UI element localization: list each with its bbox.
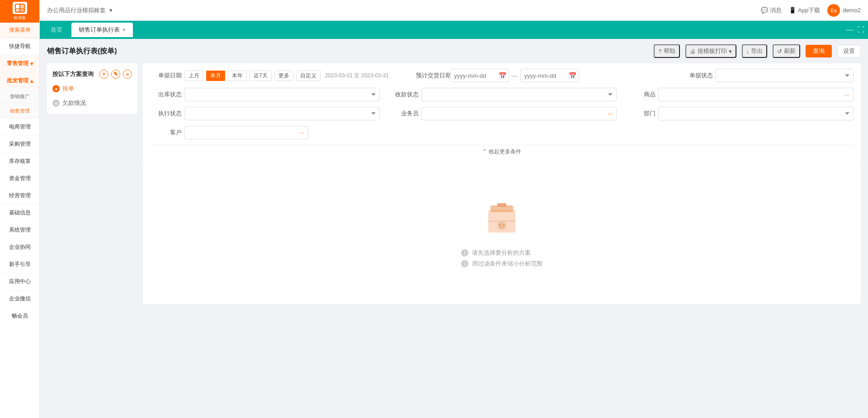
sidebar-item-purchase[interactable]: 采购管理 [0,136,39,153]
customer-input[interactable] [184,126,308,139]
content-area: 销售订单执行表(按单) ? 帮助 🖨 按模板打印 ▾ ↓ 导出 ↺ 刷新 [40,39,868,418]
tab-minimize-icon[interactable]: — [846,26,854,34]
export-label: 导出 [751,47,763,55]
avatar-text: Ea [831,8,837,13]
main-content: 单据日期 上月 本月 本年 近7天 更多 自定义 2023-03-01 至 20… [143,63,861,304]
tab-active[interactable]: 销售订单执行表 × [71,23,133,37]
system-label: 系统管理 [9,227,31,233]
plan-anpai-icon: ● [52,85,60,92]
sidebar-item-newbie[interactable]: 新手引导 [0,256,39,273]
retail-label: 零售管理 [7,60,28,67]
empty-tips: 1 请先选择要分析的方案 2 用过滤条件来缩小分析范围 [461,249,542,268]
salesperson-input[interactable] [421,107,617,120]
out-status-label: 出库状态 [150,90,182,99]
svg-point-9 [498,222,505,229]
svg-point-10 [499,223,501,225]
sidebar-item-wechat[interactable]: 企业微信 [0,290,39,308]
product-ellipsis-btn[interactable]: ··· [844,91,850,98]
page-actions: ? 帮助 🖨 按模板打印 ▾ ↓ 导出 ↺ 刷新 查询 [654,44,861,58]
sidebar-item-quick-nav[interactable]: 快捷导航 [0,38,39,55]
empty-state: 1 请先选择要分析的方案 2 用过滤条件来缩小分析范围 [143,160,861,304]
query-label: 查询 [813,48,825,54]
salesperson-ellipsis-btn[interactable]: ··· [608,110,613,117]
edit-plan-button[interactable]: ✎ [111,70,120,79]
quick-nav-label: 快捷导航 [9,43,31,49]
exec-status-select[interactable] [184,107,380,120]
refresh-button[interactable]: ↺ 刷新 [773,44,800,58]
dept-select[interactable] [658,107,854,120]
left-panel-title: 按以下方案查询 [52,70,94,78]
edit-plan-icon: ✎ [113,71,118,77]
sidebar-item-basic[interactable]: 基础信息 [0,204,39,222]
search-label: 搜索菜单 [9,27,31,33]
svg-rect-7 [497,203,506,207]
tab-close-icon[interactable]: × [123,27,126,33]
page-title-bar: 销售订单执行表(按单) ? 帮助 🖨 按模板打印 ▾ ↓ 导出 ↺ 刷新 [47,44,861,58]
query-button[interactable]: 查询 [806,45,832,57]
app-label: App下载 [798,6,820,14]
sidebar-item-finance[interactable]: 资金管理 [0,170,39,187]
date-last7-btn[interactable]: 近7天 [250,71,272,81]
left-panel-header: 按以下方案查询 + ✎ « [47,67,137,81]
tab-bar-right: — ⛶ [846,26,864,34]
svg-rect-3 [16,9,19,12]
print-button[interactable]: 🖨 按模板打印 ▾ [685,44,736,58]
collapse-panel-button[interactable]: « [123,70,132,79]
out-status-select[interactable] [184,88,380,101]
product-input[interactable] [658,88,854,101]
filter-row-4: 客户 ··· [150,126,854,139]
tab-home[interactable]: 首页 [43,23,70,37]
export-button[interactable]: ↓ 导出 [742,44,768,58]
sidebar-item-retail[interactable]: 零售管理 ▾ [0,55,39,72]
msg-button[interactable]: 💬 消息 [761,6,782,14]
sidebar-item-ecommerce[interactable]: 电商管理 [0,119,39,136]
member-label: 畅会员 [12,313,28,319]
help-icon: ? [658,48,661,55]
export-icon: ↓ [746,48,750,55]
order-status-select[interactable] [716,69,854,82]
help-label: 帮助 [664,47,675,55]
sidebar-search[interactable]: 搜索菜单 [0,23,39,38]
basic-label: 基础信息 [9,209,31,216]
sidebar-item-operations[interactable]: 经营管理 [0,187,39,204]
date-custom-btn[interactable]: 自定义 [296,71,321,81]
breadcrumb-text: 办公用品行业模拟账套 [47,6,106,14]
print-icon: 🖨 [690,48,696,55]
inventory-label: 库存核算 [9,158,31,164]
date-more-btn[interactable]: 更多 [274,71,293,81]
sidebar-item-appstore[interactable]: 应用中心 [0,273,39,290]
settings-label: 设置 [843,48,855,54]
add-plan-button[interactable]: + [99,70,108,79]
header-right: 💬 消息 📱 App下载 Ea demo2 [761,4,861,17]
expected-date-to-input[interactable] [520,69,579,82]
sidebar-item-enterprise[interactable]: 企业协同 [0,239,39,256]
app-download-button[interactable]: 📱 App下载 [789,6,820,14]
plan-anpai-label: 按单 [62,85,74,93]
svg-rect-4 [20,9,24,12]
sidebar-item-system[interactable]: 系统管理 [0,222,39,239]
left-panel-actions: + ✎ « [99,70,132,79]
empty-tip-2: 2 用过滤条件来缩小分析范围 [461,260,542,268]
sidebar-item-member[interactable]: 畅会员 [0,308,39,325]
settings-button[interactable]: 设置 [837,45,861,57]
receipt-status-select[interactable] [421,88,617,101]
help-button[interactable]: ? 帮助 [654,44,679,58]
plan-item-qiankuan[interactable]: ● 欠款情况 [47,96,137,110]
expected-date-from-input[interactable] [450,69,509,82]
date-prev-month-btn[interactable]: 上月 [184,71,203,81]
sidebar-item-inventory[interactable]: 库存核算 [0,153,39,170]
receipt-status-label: 收款状态 [387,90,419,99]
plan-item-anpai[interactable]: ● 按单 [47,81,137,96]
sidebar-item-marketing[interactable]: 营销推广 [0,90,39,104]
date-cur-month-btn[interactable]: 本月 [206,71,225,81]
collapse-bar[interactable]: ⌃ 收起更多条件 [150,145,854,158]
user-menu[interactable]: Ea demo2 [827,4,861,17]
date-cur-year-btn[interactable]: 本年 [228,71,247,81]
sidebar-item-wholesale[interactable]: 批发管理 ▴ [0,72,39,90]
retail-arrow: ▾ [30,61,33,67]
wechat-label: 企业微信 [9,295,31,302]
sidebar-item-sales[interactable]: 销售管理 [0,104,39,119]
tab-maximize-icon[interactable]: ⛶ [857,26,864,34]
customer-ellipsis-btn[interactable]: ··· [299,129,305,136]
breadcrumb-arrow[interactable]: ▾ [109,7,113,14]
